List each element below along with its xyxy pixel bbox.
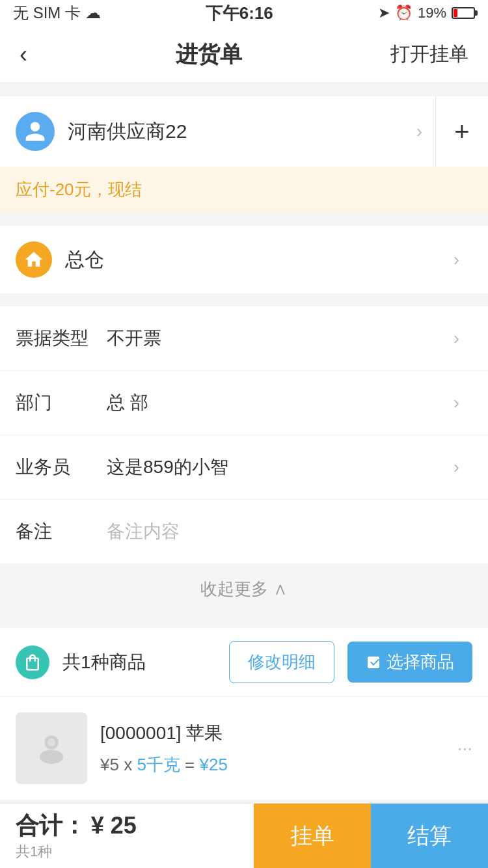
total-sub: 共1种 (16, 842, 238, 861)
invoice-type-value: 不开票 (94, 326, 441, 351)
supplier-section: 河南供应商22 › + (0, 96, 488, 167)
notice-bar: 应付-20元，现结 (0, 167, 488, 213)
total-amount: ¥ 25 (91, 812, 137, 839)
salesperson-row[interactable]: 业务员 这是859的小智 › (0, 435, 488, 500)
alarm-icon: ⏰ (395, 5, 413, 21)
bottom-bar: 合计： ¥ 25 共1种 挂单 结算 (0, 803, 488, 868)
status-left: 无 SIM 卡 ☁ (13, 3, 101, 23)
invoice-type-row[interactable]: 票据类型 不开票 › (0, 306, 488, 371)
back-button[interactable]: ‹ (20, 41, 27, 68)
page-title: 进货单 (176, 40, 242, 70)
edit-detail-button[interactable]: 修改明细 (229, 641, 334, 683)
remark-value[interactable]: 备注内容 (94, 519, 472, 544)
gap-1 (0, 83, 488, 96)
product-price: ¥5 x 5千克 = ¥25 (100, 753, 444, 776)
add-supplier-button[interactable]: + (436, 96, 488, 167)
salesperson-chevron-icon: › (441, 457, 472, 478)
collapse-button[interactable]: 收起更多 ∧ (0, 563, 488, 615)
status-right: ➤ ⏰ 19% (378, 5, 475, 21)
gap-2 (0, 615, 488, 628)
battery-icon (452, 7, 475, 19)
product-item-0: [0000001] 苹果 ¥5 x 5千克 = ¥25 ··· (0, 696, 488, 800)
open-hang-button[interactable]: 打开挂单 (390, 41, 468, 68)
battery-percent: 19% (418, 5, 446, 21)
product-quantity: 5千克 (137, 755, 180, 774)
shopping-bag-icon (23, 653, 42, 672)
product-name: [0000001] 苹果 (100, 721, 444, 746)
nav-bar: ‹ 进货单 打开挂单 (0, 26, 488, 83)
select-product-icon (366, 655, 381, 670)
product-placeholder-icon (32, 729, 71, 768)
svg-point-1 (40, 750, 63, 764)
salesperson-label: 业务员 (16, 455, 94, 480)
warehouse-icon (16, 241, 52, 278)
checkout-button[interactable]: 结算 (371, 804, 488, 868)
warehouse-name: 总仓 (65, 247, 441, 273)
remark-row[interactable]: 备注 备注内容 (0, 500, 488, 563)
hang-button[interactable]: 挂单 (254, 804, 371, 868)
supplier-chevron-icon: › (403, 121, 435, 142)
total-main: 合计： ¥ 25 (16, 810, 238, 842)
status-time: 下午6:16 (206, 2, 273, 25)
supplier-avatar (16, 112, 55, 151)
invoice-type-chevron-icon: › (441, 328, 472, 349)
remark-label: 备注 (16, 519, 94, 544)
salesperson-value: 这是859的小智 (94, 455, 441, 480)
select-product-label: 选择商品 (386, 651, 454, 673)
form-section: 票据类型 不开票 › 部门 总 部 › 业务员 这是859的小智 › 备注 备注… (0, 306, 488, 563)
home-icon (23, 249, 44, 270)
product-total: ¥25 (200, 755, 228, 774)
department-value: 总 部 (94, 390, 441, 415)
location-icon: ➤ (378, 5, 390, 21)
warehouse-chevron-icon: › (441, 249, 472, 270)
warehouse-selector[interactable]: 总仓 › (0, 226, 488, 293)
department-row[interactable]: 部门 总 部 › (0, 371, 488, 435)
person-icon (23, 120, 47, 143)
product-equals: = (185, 755, 199, 774)
invoice-type-label: 票据类型 (16, 326, 94, 351)
total-label: 合计： (16, 812, 86, 839)
product-info: [0000001] 苹果 ¥5 x 5千克 = ¥25 (100, 721, 444, 776)
supplier-selector[interactable]: 河南供应商22 › (0, 96, 436, 167)
supplier-name: 河南供应商22 (68, 118, 403, 145)
product-multiply: x (124, 755, 137, 774)
product-more-button[interactable]: ··· (457, 738, 472, 759)
products-header: 共1种商品 修改明细 选择商品 (0, 628, 488, 696)
total-section: 合计： ¥ 25 共1种 (0, 804, 254, 868)
select-product-button[interactable]: 选择商品 (347, 642, 472, 683)
products-count: 共1种商品 (62, 650, 216, 675)
department-label: 部门 (16, 390, 94, 415)
sim-status: 无 SIM 卡 ☁ (13, 3, 101, 23)
product-unit-price: ¥5 (100, 755, 119, 774)
department-chevron-icon: › (441, 392, 472, 413)
products-icon (16, 645, 49, 679)
status-bar: 无 SIM 卡 ☁ 下午6:16 ➤ ⏰ 19% (0, 0, 488, 26)
product-thumbnail (16, 712, 87, 784)
svg-point-2 (47, 739, 55, 746)
